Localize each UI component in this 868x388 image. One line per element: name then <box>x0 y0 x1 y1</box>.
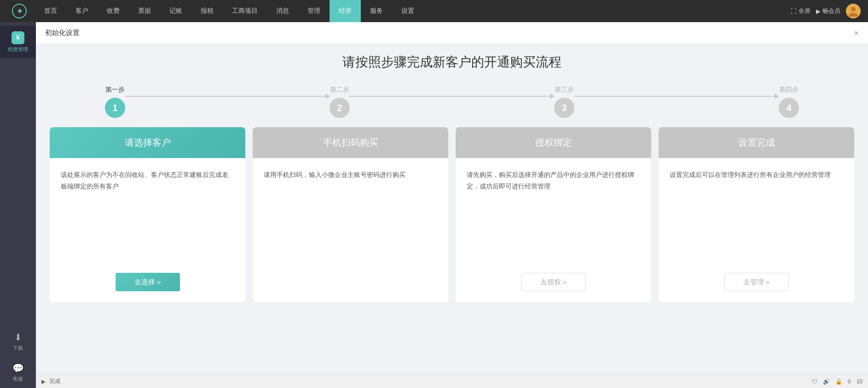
step-label-2: 第二步 <box>330 86 349 94</box>
status-bar-left: ▶ 完成 <box>41 377 60 385</box>
manage-label: 去管理 <box>743 278 764 287</box>
nav-items: 首页 客户 收费 票据 记账 报税 工商项目 消息 管理 经营 服务 设置 <box>35 0 791 22</box>
card-title-3: 授权绑定 <box>535 137 572 147</box>
nav-fee[interactable]: 收费 <box>98 0 129 22</box>
step-node-4: 第四步 4 <box>779 86 799 118</box>
sidebar-download[interactable]: ⬇ 下载 <box>0 326 36 357</box>
vip-icon: ▶ <box>816 8 821 15</box>
download-icon: ⬇ <box>14 332 22 343</box>
select-customer-label: 去选择 <box>134 278 155 287</box>
authorize-label: 去授权 <box>540 278 561 287</box>
nav-tax[interactable]: 报税 <box>191 0 223 22</box>
nav-manage[interactable]: 管理 <box>298 0 330 22</box>
card-footer-4: 去管理 > <box>659 264 854 302</box>
select-customer-btn[interactable]: 去选择 > <box>116 273 180 291</box>
sidebar: ¥ 经营管理 ⬇ 下载 💬 客服 <box>0 22 36 388</box>
sidebar-bottom: ⬇ 下载 💬 客服 <box>0 326 36 388</box>
vip-label: 畅会员 <box>822 7 840 15</box>
step-card-3: 授权绑定 请先购买，购买后选择开通的产品中的企业用户进行授权绑定，成功后即可进行… <box>456 127 651 302</box>
step-card-2: 手机扫码购买 请用手机扫码，输入小微企业主账号密码进行购买 <box>253 127 448 302</box>
card-title-4: 设置完成 <box>738 137 775 147</box>
nav-settings[interactable]: 设置 <box>392 0 423 22</box>
sidebar-support[interactable]: 💬 客服 <box>0 357 36 388</box>
logo-icon: ✦ <box>12 4 27 18</box>
step-circle-1: 1 <box>105 98 125 118</box>
select-customer-arrow: > <box>157 278 161 286</box>
connector-1-2 <box>125 96 330 97</box>
connector-3-4 <box>574 96 779 97</box>
nav-customer[interactable]: 客户 <box>66 0 98 22</box>
play-icon: ▶ <box>41 378 46 385</box>
card-title-2: 手机扫码购买 <box>323 137 378 147</box>
sidebar-item-operation[interactable]: ¥ 经营管理 <box>0 26 36 58</box>
sidebar-download-label: 下载 <box>13 345 23 352</box>
card-body-1: 该处展示的客户为不在回收站、客户状态正常建账后完成老板端绑定的所有客户 <box>50 158 245 264</box>
card-body-3: 请先购买，购买后选择开通的产品中的企业用户进行授权绑定，成功后即可进行经营管理 <box>456 158 651 264</box>
sidebar-item-label-operation: 经营管理 <box>8 46 28 53</box>
step-node-1: 第一步 1 <box>105 86 125 118</box>
step-circle-4: 4 <box>779 98 799 118</box>
nav-home[interactable]: 首页 <box>35 0 66 22</box>
fullscreen-icon: ⛶ <box>791 8 797 15</box>
card-footer-3: 去授权 > <box>456 264 651 302</box>
card-header-2: 手机扫码购买 <box>253 127 448 158</box>
nav-right: ⛶ 全屏 ▶ 畅会员 <box>791 4 868 18</box>
connector-2-3 <box>350 96 554 97</box>
status-bar-right: 🛡 🔊 🔒 0 10 <box>812 378 862 385</box>
avatar-icon <box>846 4 861 18</box>
step-node-2: 第二步 2 <box>330 86 350 118</box>
card-footer-1: 去选择 > <box>50 264 245 302</box>
sidebar-icon-operation: ¥ <box>12 31 24 44</box>
cards-row: 请选择客户 该处展示的客户为不在回收站、客户状态正常建账后完成老板端绑定的所有客… <box>50 127 854 302</box>
card-header-1: 请选择客户 <box>50 127 245 158</box>
volume-icon: 🔊 <box>823 378 830 385</box>
manage-arrow: > <box>766 278 770 286</box>
main-content: 请按照步骤完成新客户的开通购买流程 第一步 1 <box>36 44 868 374</box>
step-circle-3: 3 <box>554 98 574 118</box>
top-nav: ✦ 首页 客户 收费 票据 记账 报税 工商项目 消息 管理 经营 服务 设置 … <box>0 0 868 22</box>
status-text: 完成 <box>49 377 60 385</box>
step-card-4: 设置完成 设置完成后可以在管理列表进行所有企业用户的经营管理 去管理 > <box>659 127 854 302</box>
steps-line: 第一步 1 第二步 2 <box>105 86 799 118</box>
step-card-1: 请选择客户 该处展示的客户为不在回收站、客户状态正常建账后完成老板端绑定的所有客… <box>50 127 245 302</box>
card-header-4: 设置完成 <box>659 127 854 158</box>
manage-btn[interactable]: 去管理 > <box>724 273 789 291</box>
step-label-1: 第一步 <box>105 86 125 94</box>
authorize-btn[interactable]: 去授权 > <box>521 273 586 291</box>
nav-operation[interactable]: 经营 <box>330 0 361 22</box>
card-body-2: 请用手机扫码，输入小微企业主账号密码进行购买 <box>253 158 448 282</box>
vip-btn[interactable]: ▶ 畅会员 <box>816 7 840 15</box>
fullscreen-label: 全屏 <box>799 7 810 15</box>
step-label-3: 第三步 <box>555 86 574 94</box>
fullscreen-btn[interactable]: ⛶ 全屏 <box>791 7 810 15</box>
card-header-3: 授权绑定 <box>456 127 651 158</box>
authorize-arrow: > <box>563 278 567 286</box>
svg-point-1 <box>851 7 856 12</box>
nav-ticket[interactable]: 票据 <box>129 0 160 22</box>
card-title-1: 请选择客户 <box>125 137 171 147</box>
steps-container: 第一步 1 第二步 2 <box>50 86 854 118</box>
nav-service[interactable]: 服务 <box>361 0 392 22</box>
content-header: 初始化设置 × <box>36 22 868 44</box>
page-title: 请按照步骤完成新客户的开通购买流程 <box>50 53 854 71</box>
avatar[interactable] <box>846 4 861 18</box>
status-bar: ▶ 完成 🛡 🔊 🔒 0 10 <box>36 374 868 388</box>
card-body-4: 设置完成后可以在管理列表进行所有企业用户的经营管理 <box>659 158 854 264</box>
sidebar-support-label: 客服 <box>13 376 23 382</box>
nav-bookkeeping[interactable]: 记账 <box>160 0 191 22</box>
support-icon: 💬 <box>12 363 24 374</box>
step-label-4: 第四步 <box>779 86 799 94</box>
time-display: 10 <box>856 378 862 385</box>
content-title: 初始化设置 <box>45 29 80 37</box>
card-footer-2 <box>253 282 448 302</box>
logo: ✦ <box>7 0 31 22</box>
nav-message[interactable]: 消息 <box>267 0 298 22</box>
content-area: 初始化设置 × 请按照步骤完成新客户的开通购买流程 第一步 1 <box>36 22 868 388</box>
lock-icon: 🔒 <box>835 378 842 385</box>
step-node-3: 第三步 3 <box>554 86 574 118</box>
network-status: 0 <box>848 378 851 385</box>
close-button[interactable]: × <box>854 29 859 37</box>
shield-icon: 🛡 <box>812 378 817 385</box>
nav-business[interactable]: 工商项目 <box>223 0 267 22</box>
step-circle-2: 2 <box>330 98 350 118</box>
